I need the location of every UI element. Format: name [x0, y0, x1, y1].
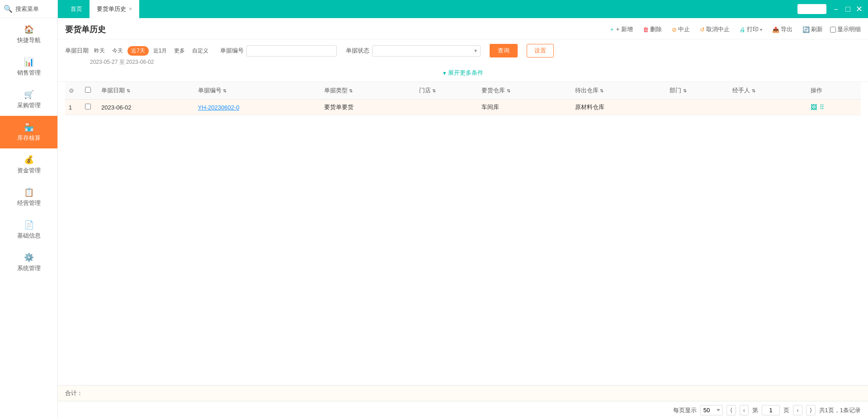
cancel-stop-button[interactable]: ↺ 取消中止	[697, 24, 732, 35]
delete-button[interactable]: 🗑 删除	[640, 24, 665, 35]
td-pending-warehouse: 原材料仓库	[571, 100, 666, 115]
date-label: 单据日期	[65, 47, 89, 55]
refresh-button[interactable]: 🔄 刷新	[800, 24, 826, 35]
shortcut-yesterday[interactable]: 昨天	[91, 46, 108, 56]
purchase-icon: 🛒	[24, 90, 34, 100]
th-department[interactable]: 部门 ⇅	[666, 82, 729, 100]
query-button[interactable]: 查询	[490, 44, 518, 57]
add-button[interactable]: ＋ + 新增	[606, 24, 636, 35]
date-range-display: 2023-05-27 至 2023-06-02	[90, 58, 861, 66]
sort-pending-icon: ⇅	[600, 88, 604, 93]
setting-button[interactable]: 设置	[527, 44, 554, 57]
home-icon: 🏠	[24, 24, 34, 34]
th-action: 操作	[807, 82, 861, 100]
date-shortcuts: 昨天 今天 近7天 近1月 更多 自定义	[91, 46, 211, 56]
shortcut-today[interactable]: 今天	[109, 46, 126, 56]
total-label: 合计：	[65, 390, 83, 396]
display-detail-label: 显示明细	[837, 25, 861, 33]
export-icon: 📤	[772, 26, 779, 33]
th-handler-label: 经手人	[732, 87, 750, 94]
sales-icon: 📊	[24, 57, 34, 67]
shortcut-last7[interactable]: 近7天	[127, 46, 149, 56]
th-type[interactable]: 单据类型 ⇅	[321, 82, 415, 100]
search-icon: 🔍	[4, 5, 13, 13]
status-input[interactable]	[372, 45, 481, 57]
refresh-icon: 🔄	[802, 26, 810, 33]
sort-date-icon: ⇅	[127, 88, 130, 93]
print-button[interactable]: 🖨 打印 ▾	[737, 24, 765, 35]
shortcut-last-month[interactable]: 近1月	[151, 46, 170, 56]
filter-area: 单据日期 昨天 今天 近7天 近1月 更多 自定义 单据编号	[58, 39, 868, 82]
per-page-label: 每页显示	[673, 406, 697, 414]
tab-home[interactable]: 首页	[63, 0, 90, 18]
export-button[interactable]: 📤 导出	[769, 24, 795, 35]
cancel-stop-icon: ↺	[700, 26, 705, 33]
column-settings-icon[interactable]: ⚙	[69, 87, 74, 94]
sort-handler-icon: ⇅	[752, 88, 755, 93]
tab-active-label: 要货单历史	[97, 5, 126, 13]
more-action-icon[interactable]: ⠿	[820, 104, 824, 111]
sidebar-item-inventory[interactable]: 🏪 库存核算	[0, 116, 57, 148]
th-store-label: 门店	[419, 87, 431, 94]
expand-more-btn[interactable]: ▾ 展开更多条件	[65, 69, 861, 77]
tab-active[interactable]: 要货单历史 ×	[90, 0, 139, 18]
th-settings[interactable]: ⚙	[65, 82, 81, 100]
sidebar-item-home[interactable]: 🏠 快捷导航	[0, 18, 57, 51]
th-pending-warehouse-label: 待出仓库	[575, 87, 599, 94]
shortcut-custom[interactable]: 自定义	[189, 46, 211, 56]
sidebar-item-sales[interactable]: 📊 销售管理	[0, 51, 57, 83]
td-req-warehouse: 车间库	[478, 100, 571, 115]
close-icon[interactable]: ✕	[856, 4, 863, 14]
sidebar-item-finance[interactable]: 💰 资金管理	[0, 148, 57, 181]
doc-number-link[interactable]: YH-20230602-0	[198, 104, 240, 111]
shortcut-more[interactable]: 更多	[171, 46, 188, 56]
stop-button[interactable]: ⊘ 中止	[669, 24, 693, 35]
th-date[interactable]: 单据日期 ⇅	[98, 82, 194, 100]
page-number-input[interactable]	[762, 405, 780, 415]
sidebar-item-basic[interactable]: 📄 基础信息	[0, 214, 57, 246]
th-pending-warehouse[interactable]: 待出仓库 ⇅	[571, 82, 666, 100]
view-action-icon[interactable]: 🖼	[811, 104, 817, 111]
search-menu[interactable]: 🔍 搜索菜单	[0, 0, 57, 18]
td-type: 要货单要货	[321, 100, 415, 115]
sidebar: 🔍 搜索菜单 🏠 快捷导航 📊 销售管理 🛒 采购管理 🏪 库存核算 💰 资金管…	[0, 0, 58, 419]
page-header: 要货单历史 ＋ + 新增 🗑 删除 ⊘ 中止 ↺ 取消中止	[58, 18, 868, 39]
prev-page-button[interactable]: ‹	[740, 405, 749, 415]
sidebar-item-finance-label: 资金管理	[17, 167, 41, 175]
stop-icon: ⊘	[672, 26, 677, 33]
td-store	[415, 100, 478, 115]
display-detail-checkbox[interactable]	[830, 27, 836, 33]
sidebar-item-operations[interactable]: 📋 经营管理	[0, 181, 57, 214]
td-date: 2023-06-02	[98, 100, 194, 115]
topbar-right: OfTEn － □ ✕	[797, 4, 863, 14]
row-checkbox[interactable]	[85, 104, 91, 110]
th-req-warehouse[interactable]: 要货仓库 ⇅	[478, 82, 571, 100]
status-dropdown-icon[interactable]: ▾	[474, 48, 477, 54]
tab-close-icon[interactable]: ×	[129, 6, 132, 12]
delete-icon: 🗑	[643, 26, 649, 33]
next-page-button[interactable]: ›	[793, 405, 802, 415]
sort-store-icon: ⇅	[432, 88, 436, 93]
th-store[interactable]: 门店 ⇅	[415, 82, 478, 100]
th-handler[interactable]: 经手人 ⇅	[729, 82, 807, 100]
maximize-icon[interactable]: □	[845, 5, 850, 14]
sort-type-icon: ⇅	[349, 88, 353, 93]
th-number[interactable]: 单据编号 ⇅	[194, 82, 321, 100]
sidebar-item-purchase[interactable]: 🛒 采购管理	[0, 83, 57, 116]
per-page-select[interactable]: 50 10 20 100	[700, 405, 723, 415]
td-checkbox[interactable]	[81, 100, 98, 115]
minimize-icon[interactable]: －	[832, 4, 840, 14]
sidebar-item-sales-label: 销售管理	[17, 69, 41, 77]
sort-number-icon: ⇅	[223, 88, 226, 93]
inventory-icon: 🏪	[24, 122, 34, 132]
select-all-checkbox[interactable]	[85, 87, 91, 93]
sort-dept-icon: ⇅	[683, 88, 687, 93]
doc-number-input[interactable]	[246, 45, 337, 57]
page-label: 第	[752, 406, 758, 414]
operations-icon: 📋	[24, 187, 34, 197]
display-detail-toggle[interactable]: 显示明细	[830, 25, 861, 33]
first-page-button[interactable]: ⟨	[726, 405, 736, 415]
sidebar-item-system[interactable]: ⚙️ 系统管理	[0, 246, 57, 279]
td-action: 🖼 ⠿	[807, 100, 861, 115]
last-page-button[interactable]: ⟩	[806, 405, 816, 415]
